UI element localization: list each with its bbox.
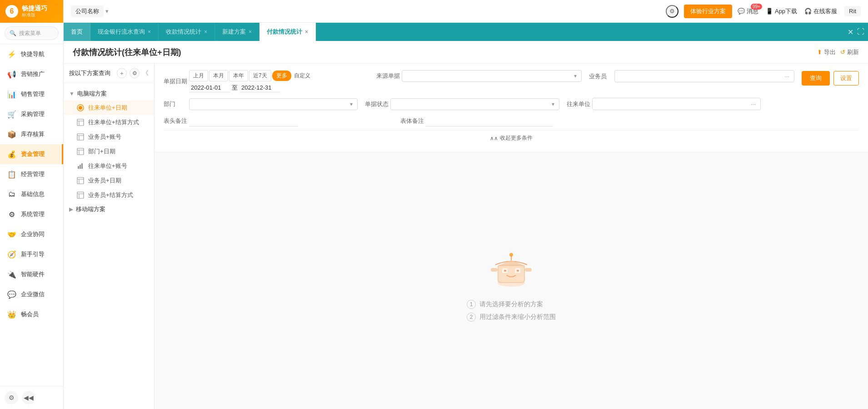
header-note-label: 表头备注 [164, 117, 189, 125]
scheme-item-staff-settle[interactable]: 业务员+结算方式 [64, 188, 154, 202]
tab-close-cash-query[interactable]: × [148, 29, 151, 35]
sidebar-item-quick-nav[interactable]: ⚡ 快捷导航 [0, 44, 63, 64]
logo-text: 畅捷通巧 标准版 [22, 5, 47, 19]
sidebar-footer: ⚙ ◀◀ [0, 386, 63, 409]
date-label: 单据日期 [164, 77, 189, 86]
scheme-group-mobile-header[interactable]: ▶ 移动端方案 [64, 202, 154, 216]
scheme-group-desktop: ▼ 电脑端方案 往来单位+日期 往来单位+结算方式 [64, 87, 154, 202]
collab-icon: 🤝 [7, 230, 16, 239]
source-select[interactable]: ▾ [402, 70, 582, 82]
scheme-item-unit-settle[interactable]: 往来单位+结算方式 [64, 115, 154, 130]
query-action-group: 查询 设置 [802, 70, 859, 86]
tip-number-1: 1 [467, 300, 476, 309]
collapse-conditions-button[interactable]: ∧∧ 收起更多条件 [164, 130, 859, 146]
last-month-btn[interactable]: 上月 [189, 70, 208, 81]
scheme-item-staff-account[interactable]: 业务员+账号 [64, 130, 154, 144]
scheme-item-staff-date[interactable]: 业务员+日期 [64, 173, 154, 188]
dept-select[interactable]: ▾ [189, 98, 358, 110]
close-all-tabs-button[interactable]: ✕ [848, 28, 853, 36]
sidebar-item-vip[interactable]: 👑 畅会员 [0, 304, 63, 324]
fullscreen-button[interactable]: ⛶ [857, 28, 864, 36]
sidebar-item-basic-info[interactable]: 🗂 基础信息 [0, 184, 63, 204]
sidebar-item-guide[interactable]: 🧭 新手引导 [0, 244, 63, 264]
date-end-input[interactable] [239, 83, 280, 92]
unit-select[interactable]: ··· [592, 98, 761, 110]
scheme-item-dept-date[interactable]: 部门+日期 [64, 144, 154, 159]
scheme-item-unit-account[interactable]: 往来单位+账号 [64, 159, 154, 173]
export-button[interactable]: ⬆ 导出 [817, 48, 836, 56]
company-name[interactable]: 公司名称 [71, 5, 104, 17]
sidebar-item-business[interactable]: 📋 经营管理 [0, 164, 63, 184]
dept-label: 部门 [164, 100, 189, 108]
app-download-button[interactable]: 📱 App下载 [766, 7, 797, 15]
scheme-item-unit-date[interactable]: 往来单位+日期 [64, 101, 154, 115]
doc-status-select[interactable]: ▾ [390, 98, 559, 110]
tab-close-receipt-stats[interactable]: × [204, 29, 207, 35]
sidebar-item-inventory[interactable]: 📦 库存核算 [0, 124, 63, 144]
sidebar-item-system[interactable]: ⚙ 系统管理 [0, 204, 63, 224]
table-icon-2 [76, 133, 85, 141]
quick-nav-icon: ⚡ [7, 50, 16, 59]
company-dropdown-icon[interactable]: ▾ [105, 8, 109, 15]
scheme-settings-button[interactable]: ⚙ [130, 68, 140, 78]
topbar-settings-button[interactable]: ⚙ [666, 5, 678, 18]
chevron-right-icon: ▶ [69, 206, 73, 212]
body-note-input[interactable] [426, 116, 553, 126]
user-profile-button[interactable]: Rit [844, 6, 861, 16]
this-month-btn[interactable]: 本月 [209, 70, 228, 81]
tab-payment-stats[interactable]: 付款情况统计 × [259, 23, 316, 41]
query-button[interactable]: 查询 [802, 71, 830, 86]
refresh-button[interactable]: ↺ 刷新 [840, 48, 859, 56]
doc-status-dropdown-icon: ▾ [552, 101, 554, 107]
dept-dropdown-icon: ▾ [350, 101, 353, 107]
trial-button[interactable]: 体验行业方案 [684, 5, 732, 18]
doc-status-label: 单据状态 [365, 100, 390, 108]
svg-rect-14 [77, 177, 84, 184]
this-year-btn[interactable]: 本年 [229, 70, 248, 81]
collapse-sidebar-button[interactable]: ◀◀ [22, 391, 35, 404]
unit-label: 往来单位 [567, 100, 592, 108]
sidebar-item-purchase[interactable]: 🛒 采购管理 [0, 104, 63, 124]
sidebar-item-capital[interactable]: 💰 资金管理 [0, 144, 63, 164]
tab-new-scheme[interactable]: 新建方案 × [215, 23, 259, 41]
svg-rect-11 [78, 166, 79, 169]
tab-receipt-stats[interactable]: 收款情况统计 × [159, 23, 215, 41]
filter-settings-button[interactable]: 设置 [833, 71, 859, 86]
sidebar-item-wechat[interactable]: 💬 企业微信 [0, 284, 63, 304]
sidebar-item-smart-hw[interactable]: 🔌 智能硬件 [0, 264, 63, 284]
table-icon-3 [76, 147, 85, 156]
scheme-panel-header: 按以下方案查询 ＋ ⚙ 《 [64, 64, 154, 83]
date-start-input[interactable] [189, 83, 230, 92]
settings-footer-button[interactable]: ⚙ [5, 391, 18, 404]
search-icon: 🔍 [10, 30, 16, 36]
sidebar-item-sales[interactable]: 📊 销售管理 [0, 84, 63, 104]
more-dates-btn[interactable]: 更多 [272, 71, 291, 81]
page-title: 付款情况统计(往来单位+日期) [73, 47, 817, 58]
staff-ellipsis-icon: ··· [784, 73, 789, 80]
table-icon-1 [76, 118, 85, 126]
scheme-group-desktop-header[interactable]: ▼ 电脑端方案 [64, 87, 154, 101]
results-area: 1 请先选择要分析的方案 2 用过滤条件来缩小分析范围 [155, 152, 868, 409]
sidebar-logo: 6 畅捷通巧 标准版 [0, 0, 63, 23]
tabbar-actions: ✕ ⛶ [844, 23, 868, 41]
marketing-icon: 📢 [7, 70, 16, 79]
staff-select[interactable]: ··· [614, 70, 794, 82]
tab-cash-query[interactable]: 现金银行流水查询 × [90, 23, 159, 41]
tab-home[interactable]: 首页 [64, 23, 90, 41]
sidebar-item-marketing[interactable]: 📢 营销推广 [0, 64, 63, 84]
staff-label: 业务员 [589, 72, 614, 81]
sidebar: 6 畅捷通巧 标准版 🔍 搜索菜单 ⚡ 快捷导航 📢 营销推广 📊 销售管理 🛒… [0, 0, 64, 409]
sidebar-item-collab[interactable]: 🤝 企业协同 [0, 224, 63, 244]
filter-main: 单据日期 上月 本月 本年 近7天 更多 自定义 [155, 64, 868, 409]
tab-close-new-scheme[interactable]: × [249, 29, 252, 35]
collapse-scheme-button[interactable]: 《 [142, 69, 149, 77]
last-7-days-btn[interactable]: 近7天 [249, 70, 271, 81]
vip-icon: 👑 [7, 310, 16, 319]
message-button[interactable]: 💬 消息 99+ [738, 7, 758, 15]
search-menu-button[interactable]: 🔍 搜索菜单 [5, 26, 59, 40]
header-note-input[interactable] [189, 116, 298, 126]
svg-point-28 [509, 253, 513, 257]
online-service-button[interactable]: 🎧 在线客服 [804, 7, 837, 15]
add-scheme-button[interactable]: ＋ [117, 68, 127, 78]
tab-close-payment-stats[interactable]: × [305, 29, 308, 35]
